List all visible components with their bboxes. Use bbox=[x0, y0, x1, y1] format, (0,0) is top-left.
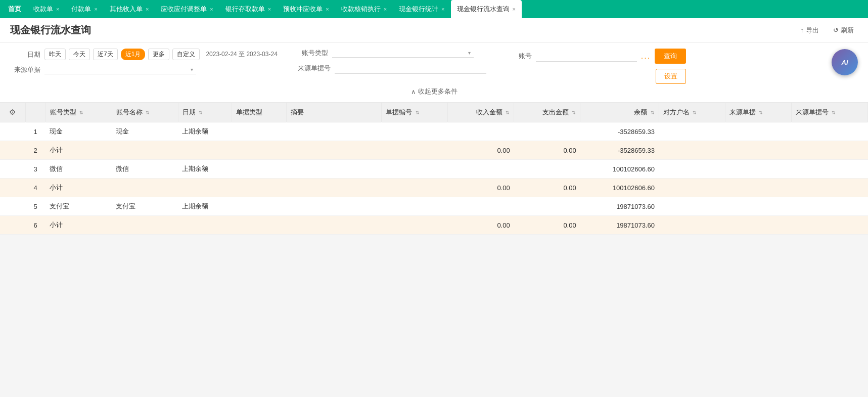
gear-icon[interactable]: ⚙ bbox=[9, 108, 16, 116]
refresh-button[interactable]: ↺ 刷新 bbox=[829, 24, 858, 37]
nav-tab-payments[interactable]: 付款单 × bbox=[65, 0, 103, 18]
table-row[interactable]: 4小计0.000.00100102606.60 bbox=[0, 179, 868, 197]
chevron-down-icon: ▾ bbox=[468, 50, 471, 56]
filter-area: 日期 昨天 今天 近7天 近1月 更多 自定义 2023-02-24 至 202… bbox=[0, 42, 868, 103]
date-btn-7days[interactable]: 近7天 bbox=[93, 49, 118, 60]
export-icon: ↑ bbox=[801, 26, 804, 34]
account-type-label: 账号类型 bbox=[298, 49, 328, 58]
th-doc-type: 单据类型 bbox=[232, 103, 287, 122]
settings-button[interactable]: 设置 bbox=[656, 69, 686, 84]
date-btn-custom[interactable]: 自定义 bbox=[172, 49, 200, 60]
date-shortcuts: 昨天 今天 近7天 近1月 更多 自定义 bbox=[44, 49, 200, 60]
date-btn-today[interactable]: 今天 bbox=[69, 49, 90, 60]
table-row[interactable]: 1现金现金上期余额-3528659.33 bbox=[0, 122, 868, 141]
th-summary: 摘要 bbox=[287, 103, 382, 122]
account-dots[interactable]: ... bbox=[641, 52, 651, 61]
sort-icon: ⇅ bbox=[651, 110, 655, 115]
th-counterparty[interactable]: 对方户名 ⇅ bbox=[659, 103, 725, 122]
th-account-type[interactable]: 账号类型 ⇅ bbox=[45, 103, 112, 122]
page-title: 现金银行流水查询 bbox=[10, 23, 91, 37]
th-gear[interactable]: ⚙ bbox=[0, 103, 25, 122]
sort-icon: ⇅ bbox=[506, 110, 510, 115]
th-doc-no[interactable]: 单据编号 ⇅ bbox=[382, 103, 448, 122]
close-icon[interactable]: × bbox=[326, 6, 329, 12]
data-table: ⚙ 账号类型 ⇅ 账号名称 ⇅ 日期 ⇅ 单据类型 bbox=[0, 103, 868, 235]
sort-icon: ⇅ bbox=[199, 110, 203, 115]
collapse-bar[interactable]: ∧ 收起更多条件 bbox=[10, 84, 858, 96]
close-icon[interactable]: × bbox=[94, 6, 97, 12]
date-range-display: 2023-02-24 至 2023-03-24 bbox=[206, 50, 277, 59]
nav-tab-bank-deposit[interactable]: 银行存取款单 × bbox=[219, 0, 277, 18]
account-input[interactable] bbox=[536, 51, 637, 62]
date-label: 日期 bbox=[10, 50, 40, 59]
table-row[interactable]: 3微信微信上期余额100102606.60 bbox=[0, 160, 868, 179]
th-expense[interactable]: 支出金额 ⇅ bbox=[514, 103, 580, 122]
sort-icon: ⇅ bbox=[693, 110, 697, 115]
th-date[interactable]: 日期 ⇅ bbox=[178, 103, 232, 122]
sort-icon: ⇅ bbox=[572, 110, 576, 115]
page-header: 现金银行流水查询 ↑ 导出 ↺ 刷新 bbox=[0, 18, 868, 42]
nav-tab-receipts[interactable]: 收款单 × bbox=[27, 0, 65, 18]
close-icon[interactable]: × bbox=[384, 6, 387, 12]
nav-tab-cash-bank-flow[interactable]: 现金银行流水查询 × bbox=[451, 0, 522, 18]
chevron-up-icon: ∧ bbox=[411, 88, 416, 96]
close-icon[interactable]: × bbox=[56, 6, 59, 12]
table-row[interactable]: 6小计0.000.0019871073.60 bbox=[0, 216, 868, 235]
account-label: 账号 bbox=[517, 52, 532, 61]
date-btn-1month[interactable]: 近1月 bbox=[121, 49, 146, 60]
nav-tab-receipt-exec[interactable]: 收款核销执行 × bbox=[335, 0, 393, 18]
th-account-name[interactable]: 账号名称 ⇅ bbox=[112, 103, 178, 122]
source-doc-label: 来源单据 bbox=[10, 65, 40, 74]
th-index bbox=[25, 103, 45, 122]
top-nav: 首页 收款单 × 付款单 × 其他收入单 × 应收应付调整单 × 银行存取款单 … bbox=[0, 0, 868, 18]
sort-icon: ⇅ bbox=[832, 110, 836, 115]
nav-home[interactable]: 首页 bbox=[2, 0, 27, 18]
query-button[interactable]: 查询 bbox=[655, 49, 686, 64]
close-icon[interactable]: × bbox=[210, 6, 213, 12]
nav-tab-other-income[interactable]: 其他收入单 × bbox=[104, 0, 155, 18]
refresh-icon: ↺ bbox=[833, 26, 839, 34]
ai-badge[interactable]: Ai bbox=[832, 49, 858, 75]
close-icon[interactable]: × bbox=[513, 6, 516, 12]
source-doc-no-label: 来源单据号 bbox=[298, 64, 331, 73]
th-source-doc-no[interactable]: 来源单据号 ⇅ bbox=[791, 103, 867, 122]
date-btn-yesterday[interactable]: 昨天 bbox=[44, 49, 66, 60]
source-doc-select[interactable]: ▾ bbox=[44, 65, 196, 74]
nav-tab-prepay-offset[interactable]: 预收冲应收单 × bbox=[277, 0, 335, 18]
nav-tab-cash-bank-stats[interactable]: 现金银行统计 × bbox=[393, 0, 450, 18]
th-balance[interactable]: 余额 ⇅ bbox=[580, 103, 659, 122]
sort-icon: ⇅ bbox=[759, 110, 763, 115]
chevron-down-icon: ▾ bbox=[191, 67, 193, 72]
nav-tab-ar-ap-adj[interactable]: 应收应付调整单 × bbox=[155, 0, 219, 18]
sort-icon: ⇅ bbox=[146, 110, 150, 115]
account-type-select[interactable]: ▾ bbox=[332, 49, 474, 58]
table-row[interactable]: 5支付宝支付宝上期余额19871073.60 bbox=[0, 197, 868, 216]
th-source-doc[interactable]: 来源单据 ⇅ bbox=[725, 103, 791, 122]
close-icon[interactable]: × bbox=[441, 6, 444, 12]
table-body: 1现金现金上期余额-3528659.332小计0.000.00-3528659.… bbox=[0, 122, 868, 235]
table-area: ⚙ 账号类型 ⇅ 账号名称 ⇅ 日期 ⇅ 单据类型 bbox=[0, 103, 868, 235]
source-doc-no-input[interactable] bbox=[335, 63, 486, 74]
header-actions: ↑ 导出 ↺ 刷新 bbox=[797, 24, 858, 37]
table-header-row: ⚙ 账号类型 ⇅ 账号名称 ⇅ 日期 ⇅ 单据类型 bbox=[0, 103, 868, 122]
export-button[interactable]: ↑ 导出 bbox=[797, 24, 824, 37]
sort-icon: ⇅ bbox=[416, 110, 420, 115]
th-income[interactable]: 收入金额 ⇅ bbox=[448, 103, 514, 122]
sort-icon: ⇅ bbox=[79, 110, 83, 115]
close-icon[interactable]: × bbox=[146, 6, 149, 12]
table-row[interactable]: 2小计0.000.00-3528659.33 bbox=[0, 141, 868, 160]
close-icon[interactable]: × bbox=[268, 6, 271, 12]
date-btn-more[interactable]: 更多 bbox=[148, 49, 169, 60]
